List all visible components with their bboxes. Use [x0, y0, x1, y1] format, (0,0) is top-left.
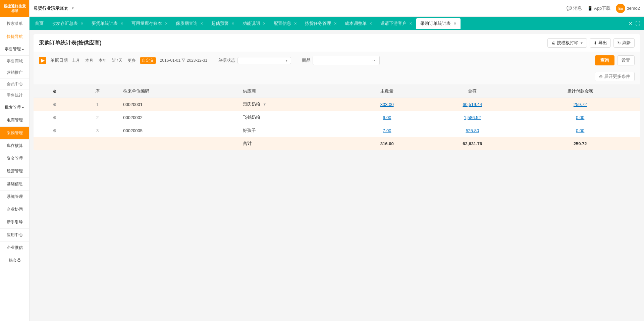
- row1-supplier-expand[interactable]: ▼: [263, 102, 266, 106]
- tab-home[interactable]: 首页: [31, 18, 48, 29]
- tab-yaoqing[interactable]: 邀请下游客户 ✕: [376, 18, 416, 29]
- row1-qty[interactable]: 303.00: [350, 98, 424, 111]
- row1-amount[interactable]: 60,519.44: [424, 98, 520, 111]
- table-wrapper: ⚙ 序 往来单位编码 供应商 主数量 金额 累计付款金额 ⚙ 1: [34, 85, 640, 150]
- date-shortcut-thisyear[interactable]: 本年: [97, 57, 109, 64]
- filter-toggle-button[interactable]: ▶: [39, 57, 46, 64]
- row3-amount[interactable]: 525.80: [424, 124, 520, 137]
- tab-expand-icon[interactable]: ⛶: [635, 21, 640, 26]
- tab-baozhi-close[interactable]: ✕: [200, 21, 203, 26]
- username-label: demo2: [627, 6, 640, 11]
- tab-chaochuyujing[interactable]: 超储预警 ✕: [207, 18, 238, 29]
- sidebar-item-enterprise[interactable]: 企业协同: [0, 203, 29, 216]
- app-download-button[interactable]: 📱 App下载: [587, 5, 610, 11]
- date-shortcut-more[interactable]: 更多: [126, 57, 138, 64]
- tab-yaoqing-close[interactable]: ✕: [409, 21, 412, 26]
- user-profile-button[interactable]: Ea demo2: [616, 4, 640, 13]
- sidebar-item-retail-stat[interactable]: 零售统计: [0, 90, 29, 101]
- sidebar-item-inventory[interactable]: 库存核算: [0, 140, 29, 152]
- sidebar-item-search[interactable]: 搜索菜单: [0, 17, 29, 31]
- status-select-icon: ▼: [285, 59, 288, 62]
- sidebar-item-base[interactable]: 基础信息: [0, 178, 29, 191]
- sidebar-item-marketing[interactable]: 营销推广: [0, 67, 29, 78]
- date-custom-badge[interactable]: 自定义: [140, 57, 156, 64]
- tab-yaohuo-close[interactable]: ✕: [120, 21, 123, 26]
- tab-baozhi[interactable]: 保质期查询 ✕: [172, 18, 207, 29]
- sidebar-item-purchase[interactable]: 采购管理: [0, 127, 29, 140]
- app-logo: 畅捷通好生意 标版: [0, 0, 29, 17]
- sidebar-item-appcenter[interactable]: 应用中心: [0, 229, 29, 242]
- goods-input[interactable]: ···: [313, 56, 380, 65]
- date-shortcut-thismonth[interactable]: 本月: [83, 57, 95, 64]
- sidebar-item-system[interactable]: 系统管理: [0, 191, 29, 203]
- table-footer: 合计 316.00 62,631.76 259.72: [34, 137, 640, 150]
- download-icon: 📱: [587, 6, 593, 11]
- sidebar-item-retail-shop[interactable]: 零售商城: [0, 56, 29, 67]
- row2-supplier: 飞鹤奶粉: [239, 111, 350, 124]
- sidebar-item-quick[interactable]: 快捷导航: [0, 31, 29, 43]
- sidebar-item-guide[interactable]: 新手引导: [0, 216, 29, 229]
- sidebar-item-wholesale[interactable]: 批发管理 ▼: [0, 101, 29, 114]
- tab-gongneng-close[interactable]: ✕: [263, 21, 266, 26]
- tab-peizhi[interactable]: 配置信息 ✕: [270, 18, 301, 29]
- tab-shoufayihui[interactable]: 收发存汇总表 ✕: [48, 18, 88, 29]
- table-body: ⚙ 1 00020001 惠氏奶粉 ▼ 303.00 60,519.44 259…: [34, 98, 640, 137]
- sidebar-item-finance[interactable]: 资金管理: [0, 152, 29, 165]
- sidebar-item-vip[interactable]: 畅会员: [0, 254, 29, 267]
- tab-keyongliang[interactable]: 可用量库存账本 ✕: [127, 18, 172, 29]
- tab-paohuo-label: 拣货任务管理: [305, 20, 331, 26]
- tab-caigou-close[interactable]: ✕: [453, 21, 457, 26]
- tab-paohuo[interactable]: 拣货任务管理 ✕: [301, 18, 341, 29]
- tab-peizhi-close[interactable]: ✕: [294, 21, 297, 26]
- row2-qty[interactable]: 6.00: [350, 111, 424, 124]
- expand-more-label: 展开更多条件: [604, 73, 630, 79]
- sidebar-item-ops[interactable]: 经营管理: [0, 165, 29, 178]
- row2-num: 2: [76, 111, 119, 124]
- row1-settings[interactable]: ⚙: [34, 98, 76, 111]
- filter-action-buttons: 查询 设置: [595, 55, 635, 65]
- export-button[interactable]: ⬇ 导出: [590, 38, 611, 48]
- sidebar-item-ecommerce[interactable]: 电商管理: [0, 114, 29, 127]
- tab-shoufayihui-close[interactable]: ✕: [80, 21, 84, 26]
- tab-bar: 首页 收发存汇总表 ✕ 要货单统计表 ✕ 可用量库存账本 ✕ 保质期查询 ✕ 超…: [30, 17, 644, 30]
- tab-paohuo-close[interactable]: ✕: [334, 21, 337, 26]
- row3-paid[interactable]: 0.00: [520, 124, 640, 137]
- footer-label: 合计: [239, 137, 350, 150]
- sidebar-item-member[interactable]: 会员中心: [0, 78, 29, 90]
- message-button[interactable]: 💬 消息: [567, 5, 582, 11]
- row2-amount[interactable]: 1,586.52: [424, 111, 520, 124]
- tab-caigou[interactable]: 采购订单统计表 ✕: [416, 18, 461, 29]
- print-button[interactable]: 🖨 按模板打印 ▼: [547, 38, 587, 48]
- row2-settings[interactable]: ⚙: [34, 111, 76, 124]
- sidebar-item-wechat[interactable]: 企业微信: [0, 242, 29, 254]
- row3-qty[interactable]: 7.00: [350, 124, 424, 137]
- tab-yaohuo[interactable]: 要货单统计表 ✕: [88, 18, 127, 29]
- logo-line2: 标版: [4, 9, 26, 13]
- tab-shoufayihui-label: 收发存汇总表: [52, 20, 78, 26]
- tab-chaochuyujing-close[interactable]: ✕: [231, 21, 234, 26]
- status-select[interactable]: ▼: [237, 57, 291, 64]
- goods-filter-label: 商品: [302, 57, 311, 63]
- sidebar-item-retail[interactable]: 零售管理 ▲: [0, 43, 29, 56]
- row3-settings[interactable]: ⚙: [34, 124, 76, 137]
- tab-keyongliang-close[interactable]: ✕: [165, 21, 168, 26]
- tab-gongneng[interactable]: 功能说明 ✕: [238, 18, 270, 29]
- date-range-display: 2016-01-01 至 2023-12-31: [160, 58, 207, 63]
- date-shortcut-lastmonth[interactable]: 上月: [70, 57, 82, 64]
- tab-chengben-close[interactable]: ✕: [369, 21, 372, 26]
- table-row: ⚙ 3 00020005 好孩子 7.00 525.80 0.00: [34, 124, 640, 137]
- tab-chengben[interactable]: 成本调整单 ✕: [341, 18, 376, 29]
- refresh-button[interactable]: ↻ 刷新: [613, 38, 635, 48]
- workspace-selector[interactable]: 母婴行业演示账套 ▼: [34, 5, 74, 11]
- top-bar-actions: 💬 消息 📱 App下载 Ea demo2: [567, 4, 640, 13]
- row1-paid[interactable]: 259.72: [520, 98, 640, 111]
- settings-button[interactable]: 设置: [617, 55, 635, 65]
- query-button[interactable]: 查询: [595, 55, 614, 65]
- col-settings[interactable]: ⚙: [34, 85, 76, 98]
- tab-home-label: 首页: [35, 20, 44, 26]
- tab-close-all-icon[interactable]: ✕: [629, 21, 633, 26]
- expand-more-button[interactable]: ⊕ 展开更多条件: [595, 72, 635, 81]
- retail-expand-icon: ▲: [21, 47, 25, 51]
- row2-paid[interactable]: 0.00: [520, 111, 640, 124]
- date-shortcut-7days[interactable]: 近7天: [110, 57, 124, 64]
